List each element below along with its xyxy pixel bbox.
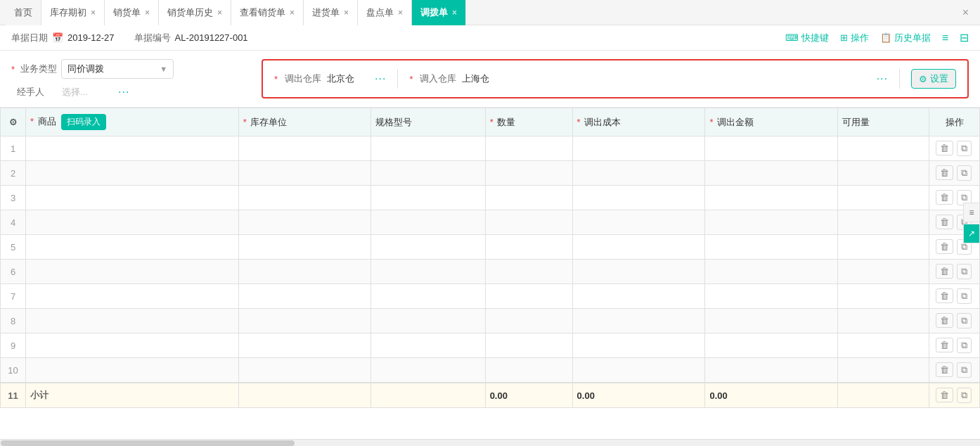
delete-row-btn[interactable]: 🗑 (936, 165, 953, 180)
horizontal-scrollbar[interactable] (0, 439, 980, 446)
delete-row-btn[interactable]: 🗑 (936, 215, 953, 229)
in-warehouse-more-btn[interactable]: ··· (877, 72, 888, 85)
calendar-icon[interactable]: 📅 (52, 32, 63, 43)
scrollbar-thumb[interactable] (1, 440, 295, 446)
tab-inventory-init[interactable]: 库存期初 × (41, 0, 105, 25)
product-cell[interactable] (26, 235, 239, 260)
unit-cell[interactable] (238, 210, 371, 235)
cost-cell[interactable] (572, 210, 705, 235)
amount-cell[interactable] (705, 210, 838, 235)
amount-cell[interactable] (705, 333, 838, 358)
product-cell[interactable] (26, 210, 239, 235)
tab-transfer-close[interactable]: × (452, 8, 457, 18)
qty-cell[interactable] (485, 333, 572, 358)
right-float-external-btn[interactable]: ↗ (963, 224, 980, 243)
delete-row-btn[interactable]: 🗑 (936, 141, 953, 155)
person-more-btn[interactable]: ··· (118, 86, 129, 98)
history-btn[interactable]: 📋 历史单据 (880, 32, 931, 44)
available-cell[interactable] (838, 358, 929, 383)
out-warehouse-more-btn[interactable]: ··· (375, 72, 386, 85)
unit-cell[interactable] (238, 284, 371, 309)
spec-cell[interactable] (371, 260, 485, 284)
scan-button[interactable]: 扫码录入 (61, 114, 106, 130)
grid-view-btn[interactable]: ⊟ (960, 31, 969, 44)
available-cell[interactable] (838, 333, 929, 358)
copy-row-btn[interactable]: ⧉ (957, 141, 972, 156)
qty-cell[interactable] (485, 186, 572, 210)
qty-cell[interactable] (485, 284, 572, 309)
product-cell[interactable] (26, 161, 239, 186)
unit-cell[interactable] (238, 235, 371, 260)
tab-transfer[interactable]: 调拨单 × (412, 0, 466, 25)
tab-sales-history-close[interactable]: × (217, 8, 222, 18)
tab-view-sales-close[interactable]: × (290, 8, 295, 18)
biz-type-dropdown[interactable]: 同价调拨 ▼ (61, 59, 174, 79)
spec-cell[interactable] (371, 186, 485, 210)
unit-cell[interactable] (238, 333, 371, 358)
available-cell[interactable] (838, 235, 929, 260)
spec-cell[interactable] (371, 161, 485, 186)
unit-cell[interactable] (238, 161, 371, 186)
qty-cell[interactable] (485, 136, 572, 161)
cost-cell[interactable] (572, 358, 705, 383)
spec-cell[interactable] (371, 284, 485, 309)
available-cell[interactable] (838, 210, 929, 235)
cost-cell[interactable] (572, 333, 705, 358)
window-close-button[interactable]: × (957, 6, 974, 19)
amount-cell[interactable] (705, 136, 838, 161)
copy-row-btn[interactable]: ⧉ (957, 264, 972, 279)
available-cell[interactable] (838, 309, 929, 333)
copy-row-btn[interactable]: ⧉ (957, 165, 972, 181)
spec-cell[interactable] (371, 235, 485, 260)
list-view-btn[interactable]: ≡ (942, 32, 948, 44)
cost-cell[interactable] (572, 186, 705, 210)
shortcuts-btn[interactable]: ⌨ 快捷键 (785, 32, 829, 44)
copy-row-btn[interactable]: ⧉ (957, 313, 972, 329)
delete-row-btn[interactable]: 🗑 (936, 313, 953, 328)
qty-cell[interactable] (485, 235, 572, 260)
settings-button[interactable]: ⚙ 设置 (911, 69, 956, 89)
unit-cell[interactable] (238, 260, 371, 284)
qty-cell[interactable] (485, 260, 572, 284)
right-float-list-btn[interactable]: ≡ (963, 203, 980, 222)
cost-cell[interactable] (572, 309, 705, 333)
available-cell[interactable] (838, 161, 929, 186)
product-cell[interactable] (26, 358, 239, 383)
unit-cell[interactable] (238, 309, 371, 333)
tab-view-sales[interactable]: 查看销货单 × (231, 0, 304, 25)
unit-cell[interactable] (238, 358, 371, 383)
qty-cell[interactable] (485, 210, 572, 235)
available-cell[interactable] (838, 136, 929, 161)
available-cell[interactable] (838, 284, 929, 309)
unit-cell[interactable] (238, 136, 371, 161)
spec-cell[interactable] (371, 358, 485, 383)
qty-cell[interactable] (485, 358, 572, 383)
copy-row-btn[interactable]: ⧉ (957, 338, 972, 353)
tab-sales-order-close[interactable]: × (145, 8, 150, 18)
amount-cell[interactable] (705, 358, 838, 383)
cost-cell[interactable] (572, 260, 705, 284)
delete-row-btn[interactable]: 🗑 (936, 239, 953, 254)
spec-cell[interactable] (371, 333, 485, 358)
spec-cell[interactable] (371, 136, 485, 161)
cost-cell[interactable] (572, 136, 705, 161)
product-cell[interactable] (26, 333, 239, 358)
delete-row-btn[interactable]: 🗑 (936, 388, 953, 402)
tab-purchase-close[interactable]: × (344, 8, 349, 18)
amount-cell[interactable] (705, 309, 838, 333)
spec-cell[interactable] (371, 309, 485, 333)
cost-cell[interactable] (572, 235, 705, 260)
product-cell[interactable] (26, 260, 239, 284)
tab-inventory-check-close[interactable]: × (398, 8, 403, 18)
operations-btn[interactable]: ⊞ 操作 (840, 32, 869, 44)
qty-cell[interactable] (485, 309, 572, 333)
spec-cell[interactable] (371, 210, 485, 235)
delete-row-btn[interactable]: 🗑 (936, 362, 953, 377)
product-cell[interactable] (26, 309, 239, 333)
tab-sales-order[interactable]: 销货单 × (105, 0, 159, 25)
product-cell[interactable] (26, 186, 239, 210)
cost-cell[interactable] (572, 284, 705, 309)
amount-cell[interactable] (705, 161, 838, 186)
unit-cell[interactable] (238, 186, 371, 210)
delete-row-btn[interactable]: 🗑 (936, 338, 953, 352)
